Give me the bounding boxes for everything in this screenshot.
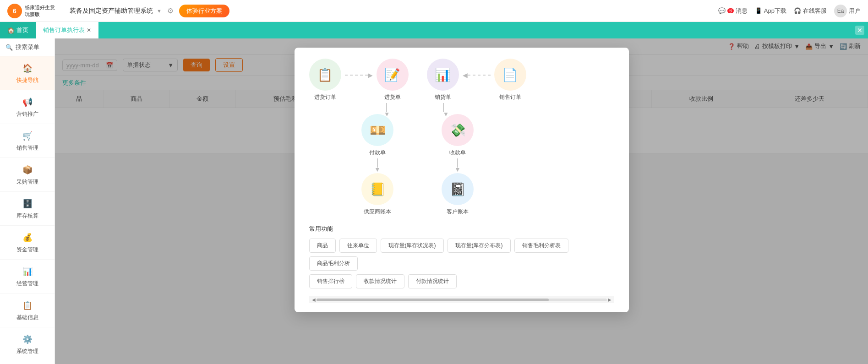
supplier-ledger-label: 供应商账本 xyxy=(364,208,391,216)
arrowhead-2: ◀ xyxy=(463,71,468,79)
func-btn-product-margin[interactable]: 商品毛利分析 xyxy=(309,256,358,271)
tab-bar-right: ✕ xyxy=(855,26,868,35)
flow-node-sales-bill[interactable]: 📊 销货单 xyxy=(427,59,459,101)
flow-node-sales-order[interactable]: 📄 销售订单 xyxy=(494,59,526,101)
finance-label: 资金管理 xyxy=(16,246,38,254)
marketing-label: 营销推广 xyxy=(16,110,38,118)
marketing-icon: 📢 xyxy=(21,96,34,109)
inventory-icon: 🗄️ xyxy=(21,197,34,210)
logo-icon: 6 xyxy=(7,4,22,18)
system-title-area: 装备及固定资产辅助管理系统 ▼ ⚙ xyxy=(70,6,174,15)
basic-info-icon: 📋 xyxy=(21,299,34,312)
sales-flow-section: 📊 销货单 ◀ xyxy=(427,59,526,216)
purchase-order-icon: 📋 xyxy=(317,67,333,82)
trial-button[interactable]: 体验行业方案 xyxy=(179,5,229,17)
func-btn-stock-dist[interactable]: 现存量(库存分布表) xyxy=(448,239,511,253)
sidebar-item-inventory[interactable]: 🗄️ 库存核算 xyxy=(0,192,55,226)
inventory-label: 库存核算 xyxy=(16,212,38,220)
tab-home[interactable]: 🏠 首页 xyxy=(0,22,36,38)
purchase-order-label: 进货订单 xyxy=(314,93,336,101)
basic-info-label: 基础信息 xyxy=(16,314,38,321)
flow-node-supplier-ledger[interactable]: 📒 供应商账本 xyxy=(361,173,393,216)
modal-overlay[interactable]: 📋 进货订单 ▶ xyxy=(55,38,868,364)
gear-icon[interactable]: ⚙ xyxy=(167,6,174,15)
purchase-row: 📋 进货订单 ▶ xyxy=(309,59,409,101)
app-download-button[interactable]: 📱 App下载 xyxy=(755,7,786,15)
scroll-track[interactable] xyxy=(317,299,607,301)
flow-node-purchase-order[interactable]: 📋 进货订单 xyxy=(309,59,341,101)
sidebar-item-system[interactable]: ⚙️ 系统管理 xyxy=(0,327,55,361)
sales-bill-circle: 📊 xyxy=(427,59,459,91)
func-btn-payment-stats[interactable]: 付款情况统计 xyxy=(408,274,457,288)
top-bar: 6 畅康通好生意 玩赚版 装备及固定资产辅助管理系统 ▼ ⚙ 体验行业方案 💬 … xyxy=(0,0,868,22)
system-icon: ⚙️ xyxy=(21,333,34,346)
modal-scrollbar: ◀ ▶ xyxy=(309,296,614,303)
flow-diagram: 📋 进货订单 ▶ xyxy=(309,59,614,216)
purchase-bill-icon: 📝 xyxy=(384,67,400,82)
app-download-label: App下载 xyxy=(764,7,786,15)
service-icon: 🎧 xyxy=(794,7,801,14)
sidebar-item-marketing[interactable]: 📢 营销推广 xyxy=(0,90,55,124)
sidebar-item-quick-guide[interactable]: 🏠 快捷导航 xyxy=(0,56,55,90)
func-btn-partners[interactable]: 往来单位 xyxy=(339,239,377,253)
receipt-circle: 💸 xyxy=(442,114,474,146)
flow-node-receipt[interactable]: 💸 收款单 xyxy=(442,114,474,157)
payment-label: 付款单 xyxy=(369,149,386,157)
purchase-flow-section: 📋 进货订单 ▶ xyxy=(309,59,409,216)
scroll-thumb xyxy=(317,299,549,301)
common-functions-title: 常用功能 xyxy=(309,225,614,233)
sales-row: 📊 销货单 ◀ xyxy=(427,59,526,101)
search-menu-button[interactable]: 🔍 搜索菜单 xyxy=(0,38,55,56)
tab-sales-orders[interactable]: 销售订单执行表 ✕ xyxy=(36,22,98,38)
flow-node-purchase-bill[interactable]: 📝 进货单 xyxy=(377,59,409,101)
func-btn-product[interactable]: 商品 xyxy=(309,239,336,253)
system-dropdown-icon[interactable]: ▼ xyxy=(157,8,162,14)
sidebar-item-sales[interactable]: 🛒 销售管理 xyxy=(0,124,55,158)
tab-close-icon[interactable]: ✕ xyxy=(87,27,91,33)
common-functions-section: 常用功能 商品 往来单位 现存量(库存状况表) 现存量(库存分布表) 销售毛利分… xyxy=(309,225,614,288)
purchase-label: 采购管理 xyxy=(16,178,38,186)
operations-label: 经营管理 xyxy=(16,280,38,288)
sales-icon: 🛒 xyxy=(21,130,34,142)
sidebar-item-basic-info[interactable]: 📋 基础信息 xyxy=(0,293,55,327)
tab-bar: 🏠 首页 销售订单执行表 ✕ ✕ xyxy=(0,22,868,38)
func-btn-sales-margin[interactable]: 销售毛利分析表 xyxy=(514,239,568,253)
download-icon: 📱 xyxy=(755,7,762,14)
user-label: 用户 xyxy=(849,7,861,15)
quick-guide-modal: 📋 进货订单 ▶ xyxy=(295,48,629,312)
func-btn-sales-ranking[interactable]: 销售排行榜 xyxy=(309,274,352,288)
payment-section: 💴 付款单 ▼ 📒 xyxy=(361,114,393,216)
operations-icon: 📊 xyxy=(21,265,34,278)
sidebar-item-operations[interactable]: 📊 经营管理 xyxy=(0,260,55,293)
sidebar: 🔍 搜索菜单 🏠 快捷导航 📢 营销推广 🛒 销售管理 📦 采购管理 🗄️ 库存… xyxy=(0,38,55,364)
flow-node-payment[interactable]: 💴 付款单 xyxy=(361,114,393,157)
message-button[interactable]: 💬 6 消息 xyxy=(718,7,748,15)
function-buttons-row-1: 商品 往来单位 现存量(库存状况表) 现存量(库存分布表) 销售毛利分析表 商品… xyxy=(309,239,614,271)
scroll-right-arrow[interactable]: ▶ xyxy=(607,297,612,302)
system-label: 系统管理 xyxy=(16,348,38,355)
func-btn-collection-stats[interactable]: 收款情况统计 xyxy=(356,274,404,288)
sales-order-icon: 📄 xyxy=(502,67,518,82)
purchase-icon: 📦 xyxy=(21,163,34,176)
down-arrow-4: ▼ xyxy=(454,166,461,173)
home-icon: 🏠 xyxy=(7,27,15,34)
user-area[interactable]: Ea 用户 xyxy=(834,5,861,17)
purchase-bill-circle: 📝 xyxy=(377,59,409,91)
customer-ledger-circle: 📓 xyxy=(442,173,474,205)
customer-ledger-icon: 📓 xyxy=(450,182,466,197)
message-label: 消息 xyxy=(736,7,748,15)
customer-service-label: 在线客服 xyxy=(803,7,827,15)
tab-sales-orders-label: 销售订单执行表 xyxy=(43,26,85,34)
close-all-tabs-button[interactable]: ✕ xyxy=(855,26,864,35)
scroll-left-arrow[interactable]: ◀ xyxy=(311,297,317,302)
sidebar-item-finance[interactable]: 💰 资金管理 xyxy=(0,226,55,260)
quick-guide-label: 快捷导航 xyxy=(16,76,38,84)
receipt-icon: 💸 xyxy=(450,123,466,138)
func-btn-stock-status[interactable]: 现存量(库存状况表) xyxy=(381,239,444,253)
customer-service-button[interactable]: 🎧 在线客服 xyxy=(794,7,827,15)
payment-circle: 💴 xyxy=(361,114,393,146)
sidebar-item-purchase[interactable]: 📦 采购管理 xyxy=(0,158,55,192)
customer-ledger-label: 客户账本 xyxy=(447,208,469,216)
flow-node-customer-ledger[interactable]: 📓 客户账本 xyxy=(442,173,474,216)
sidebar-item-enterprise[interactable]: 🤝 企业协同 xyxy=(0,361,55,364)
